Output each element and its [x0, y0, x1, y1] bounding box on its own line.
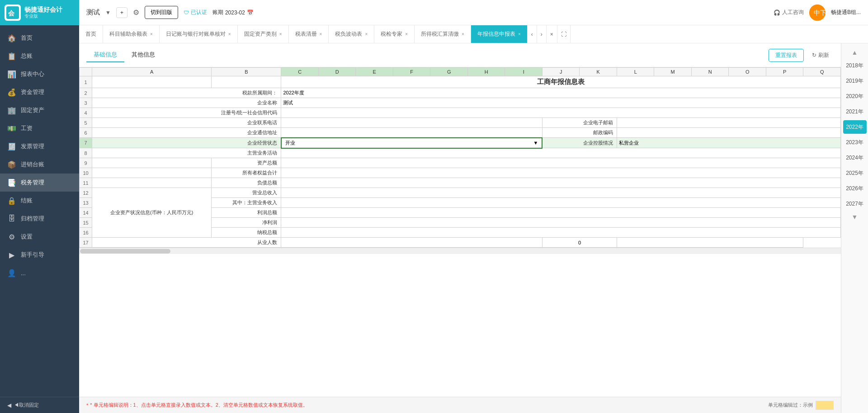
tab-close-icon[interactable]: ×: [320, 32, 322, 37]
sidebar-item-closing[interactable]: 🔒 结账: [0, 192, 79, 210]
cell-main-revenue-value[interactable]: [281, 198, 841, 208]
col-header-k[interactable]: K: [580, 68, 617, 76]
sidebar-item-guide[interactable]: ▶ 新手引导: [0, 246, 79, 264]
cell-email-value[interactable]: [617, 118, 840, 128]
tab-tax-fluctuation[interactable]: 税负波动表 ×: [329, 25, 374, 43]
col-header-h[interactable]: H: [467, 68, 505, 76]
tab-tax-inspection[interactable]: 税检专家 ×: [374, 25, 415, 43]
old-version-button[interactable]: 切到旧版: [145, 6, 178, 19]
col-header-q[interactable]: Q: [803, 68, 841, 76]
cell-regnum-value[interactable]: [281, 108, 841, 118]
cell-tax-value[interactable]: [281, 228, 841, 238]
cell-phone-value[interactable]: [281, 118, 542, 128]
tab-income-tax[interactable]: 所得税汇算清缴 ×: [415, 25, 471, 43]
cell-ownership-value[interactable]: 私营企业: [617, 138, 840, 148]
cell-liabilities-value[interactable]: [281, 178, 841, 188]
sidebar-item-purchase-sale[interactable]: 📦 进销台账: [0, 155, 79, 174]
tab-home[interactable]: 首页: [79, 25, 103, 43]
col-header-i[interactable]: I: [505, 68, 542, 76]
year-item-2021[interactable]: 2021年: [843, 105, 867, 118]
cell-net-profit-value[interactable]: [281, 218, 841, 228]
sidebar-item-fixed-asset[interactable]: 🏢 固定资产: [0, 101, 79, 119]
status-dropdown[interactable]: 开业 ▼: [283, 140, 540, 146]
tab-fixed-asset-type[interactable]: 固定资产类别 ×: [238, 25, 289, 43]
tab-scroll-left[interactable]: ‹: [528, 25, 537, 43]
col-header-n[interactable]: N: [691, 68, 729, 76]
sidebar-item-home[interactable]: 🏠 首页: [0, 29, 79, 47]
col-header-j[interactable]: J: [542, 68, 580, 76]
tab-journal-bank[interactable]: 日记账与银行对账单核对 ×: [160, 25, 238, 43]
sidebar-item-extra[interactable]: 👤 ...: [0, 264, 79, 282]
sidebar-item-archive[interactable]: 🗄 归档管理: [0, 210, 79, 228]
year-item-2019[interactable]: 2019年: [843, 74, 867, 88]
sidebar-item-tax[interactable]: 📑 税务管理: [0, 174, 79, 192]
horizontal-scrollbar[interactable]: [79, 248, 841, 254]
year-item-2027[interactable]: 2027年: [843, 197, 867, 211]
cell-equity-value[interactable]: [281, 168, 841, 178]
col-header-o[interactable]: O: [729, 68, 766, 76]
tab-close-icon[interactable]: ×: [150, 32, 153, 37]
col-header-p[interactable]: P: [766, 68, 803, 76]
sidebar-item-payroll[interactable]: 💵 工资: [0, 119, 79, 137]
spreadsheet-container[interactable]: A B C D E F G H I J K L M: [79, 67, 841, 397]
cell-employees-value[interactable]: [281, 238, 542, 248]
refresh-button[interactable]: ↻ 刷新: [807, 49, 834, 61]
cell-business-value[interactable]: [281, 148, 841, 158]
settings-gear-icon[interactable]: ⚙: [133, 8, 139, 17]
col-header-l[interactable]: L: [617, 68, 654, 76]
unpin-button[interactable]: ◀ ◀取消固定: [0, 397, 79, 413]
tab-close-icon[interactable]: ×: [462, 32, 464, 37]
year-item-2024[interactable]: 2024年: [843, 151, 867, 164]
year-scroll-down[interactable]: ▼: [850, 211, 860, 222]
year-item-2026[interactable]: 2026年: [843, 182, 867, 195]
cell-profit-value[interactable]: [281, 208, 841, 218]
col-header-m[interactable]: M: [654, 68, 692, 76]
cell-status-value[interactable]: 开业 ▼: [281, 138, 542, 148]
service-button[interactable]: 🎧 人工咨询: [774, 9, 804, 16]
username-label[interactable]: 畅捷通B组...: [831, 9, 861, 16]
tab-dropdown-icon[interactable]: ▼: [105, 9, 111, 16]
cell-revenue-value[interactable]: [281, 188, 841, 198]
col-header-e[interactable]: E: [356, 68, 393, 76]
subtab-basic[interactable]: 基础信息: [86, 48, 124, 62]
cell-company-value[interactable]: 测试: [281, 98, 841, 108]
sidebar-item-settings[interactable]: ⚙ 设置: [0, 228, 79, 246]
cell-address-value[interactable]: [281, 128, 542, 138]
tab-close-icon[interactable]: ×: [365, 32, 368, 37]
tab-close-icon[interactable]: ×: [228, 32, 231, 37]
cell-postcode-value[interactable]: [617, 128, 840, 138]
user-avatar[interactable]: [809, 5, 826, 21]
cell-assets-value[interactable]: [281, 158, 841, 168]
tab-scroll-right[interactable]: ›: [537, 25, 547, 43]
tab-tax-return[interactable]: 税表清册 ×: [289, 25, 329, 43]
cell-period-value[interactable]: 2022年度: [281, 88, 841, 98]
col-header-b[interactable]: B: [212, 68, 281, 76]
year-item-2018[interactable]: 2018年: [843, 59, 867, 72]
sidebar-item-report[interactable]: 📊 报表中心: [0, 65, 79, 83]
year-scroll-up[interactable]: ▲: [850, 47, 860, 58]
subtab-other[interactable]: 其他信息: [124, 48, 162, 62]
tab-close-icon[interactable]: ×: [405, 32, 408, 37]
col-header-c[interactable]: C: [281, 68, 319, 76]
sidebar-item-ledger[interactable]: 📋 总账: [0, 47, 79, 65]
tab-expand[interactable]: ⛶: [557, 25, 571, 43]
tab-close-all[interactable]: ×: [547, 25, 557, 43]
sidebar-item-invoice[interactable]: 🧾 发票管理: [0, 137, 79, 155]
col-header-d[interactable]: D: [318, 68, 356, 76]
year-item-2023[interactable]: 2023年: [843, 136, 867, 149]
year-item-2025[interactable]: 2025年: [843, 166, 867, 180]
tab-aux-balance[interactable]: 科目辅助余额表 ×: [103, 25, 160, 43]
year-item-2020[interactable]: 2020年: [843, 89, 867, 103]
tab-close-icon[interactable]: ×: [518, 32, 521, 37]
add-tab-button[interactable]: +: [116, 7, 127, 18]
col-header-g[interactable]: G: [430, 68, 468, 76]
calendar-icon[interactable]: 📅: [247, 9, 254, 16]
reset-report-button[interactable]: 重置报表: [769, 49, 804, 62]
sidebar-item-fund[interactable]: 💰 资金管理: [0, 83, 79, 101]
tab-close-icon[interactable]: ×: [279, 32, 282, 37]
col-header-a[interactable]: A: [92, 68, 212, 76]
year-item-2022[interactable]: 2022年: [843, 120, 867, 134]
dropdown-arrow-icon[interactable]: ▼: [533, 140, 538, 145]
col-header-f[interactable]: F: [393, 68, 430, 76]
tab-annual-report[interactable]: 年报信息申报表 ×: [471, 25, 528, 43]
